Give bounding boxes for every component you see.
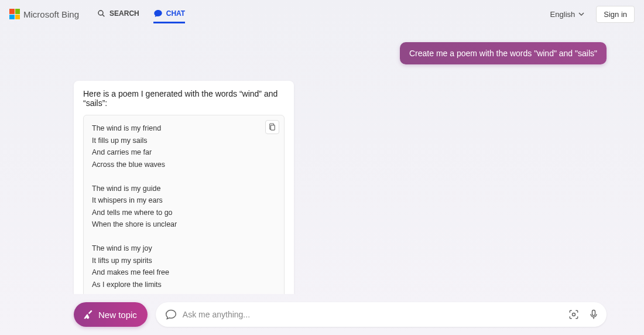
nav-tabs: SEARCH CHAT — [97, 5, 185, 23]
chat-icon — [153, 9, 163, 18]
user-message-text: Create me a poem with the words "wind" a… — [409, 49, 597, 58]
tab-chat[interactable]: CHAT — [153, 5, 185, 23]
copy-button[interactable] — [265, 120, 279, 134]
chat-area: Create me a poem with the words "wind" a… — [0, 35, 644, 294]
chat-input-icon — [165, 309, 177, 320]
bot-message-bubble: Here is a poem I generated with the word… — [74, 81, 294, 294]
poem-code-block: The wind is my friend It fills up my sai… — [83, 115, 285, 294]
tab-chat-label: CHAT — [166, 9, 185, 18]
svg-line-1 — [102, 15, 104, 16]
language-selector[interactable]: English — [550, 10, 585, 19]
chat-input-box[interactable] — [156, 302, 607, 327]
tab-search[interactable]: SEARCH — [97, 5, 139, 23]
brand-name: Microsoft Bing — [23, 9, 79, 19]
copy-icon — [269, 123, 276, 131]
svg-rect-4 — [592, 310, 595, 316]
tab-search-label: SEARCH — [109, 9, 139, 18]
header-right: English Sign in — [550, 6, 635, 23]
language-label: English — [550, 10, 576, 19]
brand-logo-group[interactable]: Microsoft Bing — [9, 9, 79, 19]
input-action-icons — [568, 309, 600, 320]
chevron-down-icon — [578, 11, 584, 17]
broom-icon — [82, 309, 94, 320]
bottom-bar: New topic — [74, 302, 607, 327]
bot-intro-text: Here is a poem I generated with the word… — [83, 89, 285, 108]
microsoft-logo-icon — [9, 9, 20, 19]
svg-point-0 — [98, 11, 103, 15]
visual-search-icon[interactable] — [568, 309, 580, 320]
microphone-icon[interactable] — [588, 309, 600, 320]
search-icon — [97, 9, 106, 18]
poem-text: The wind is my friend It fills up my sai… — [92, 124, 177, 294]
header: Microsoft Bing SEARCH CHAT English Sign … — [0, 0, 644, 28]
svg-rect-2 — [270, 125, 275, 131]
svg-point-3 — [573, 313, 576, 316]
chat-input[interactable] — [183, 310, 568, 319]
user-message-bubble: Create me a poem with the words "wind" a… — [400, 42, 607, 64]
new-topic-button[interactable]: New topic — [74, 302, 148, 327]
new-topic-label: New topic — [98, 310, 137, 320]
signin-button[interactable]: Sign in — [596, 6, 635, 23]
